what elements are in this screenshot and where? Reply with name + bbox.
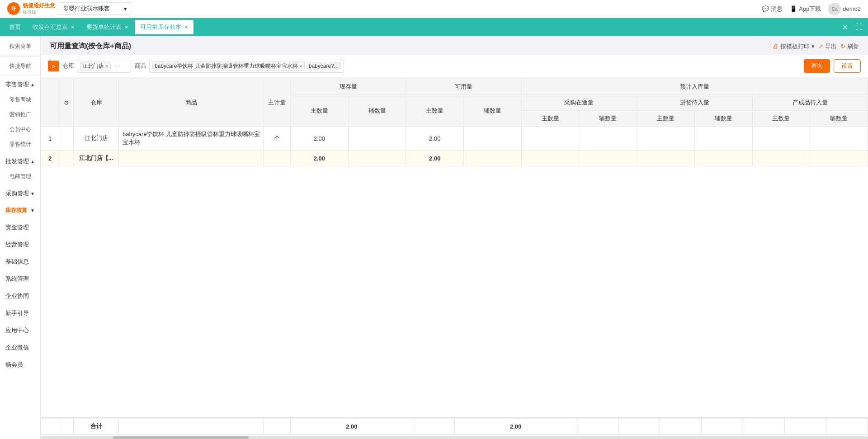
table-row: 1 江北门店 babycare学饮杯 儿童防摔防撞吸管杯重力球吸嘴杯宝宝水杯 个… <box>41 127 868 151</box>
total-label: 合计 <box>74 419 119 434</box>
subtotal-product <box>119 151 264 166</box>
subtotal-warehouse: 江北门店【... <box>74 151 119 166</box>
top-bar-left: 好 畅捷通好生意 标准版 母婴行业演示账套 ▾ <box>7 2 131 15</box>
warehouse-tag-close-icon[interactable]: ✕ <box>105 64 108 69</box>
col-purchase-main: 主数量 <box>521 111 579 127</box>
cell-stock-sub <box>348 127 406 151</box>
sidebar-system-label: 系统管理 <box>5 275 29 283</box>
scrollbar-thumb[interactable] <box>113 436 249 439</box>
tab-order[interactable]: 要货单统计表 ✕ <box>81 20 134 34</box>
total-stock-main: 2.00 <box>291 419 413 434</box>
tab-home[interactable]: 首页 <box>4 20 26 34</box>
sidebar-item-marketing[interactable]: 营销推广 <box>0 107 40 122</box>
warehouse-more-icon[interactable]: ··· <box>113 62 122 70</box>
product-input[interactable]: babycare学饮杯 儿童防摔防撞吸管杯重力球吸嘴杯宝宝水杯 ✕ babyca… <box>149 60 344 73</box>
tab-available-close-icon[interactable]: ✕ <box>184 24 188 30</box>
sidebar-purchase-caret-icon: ▼ <box>30 191 35 196</box>
message-button[interactable]: 💬 消息 <box>762 5 783 13</box>
cell-main-unit: 个 <box>264 127 291 151</box>
sidebar-wechat-header[interactable]: 企业微信 <box>0 340 40 355</box>
message-icon: 💬 <box>762 5 769 12</box>
cell-production-sub <box>810 127 868 151</box>
total-product <box>119 419 264 434</box>
filter-area: » 仓库 江北门店 ✕ ··· 商品 babycare学饮杯 儿童防摔防撞吸管杯… <box>41 55 868 77</box>
sidebar-finance-header[interactable]: 资金管理 <box>0 220 40 235</box>
sidebar-section-finance: 资金管理 <box>0 219 40 236</box>
sidebar-collab-header[interactable]: 企业协同 <box>0 288 40 304</box>
query-button[interactable]: 查询 <box>804 59 830 73</box>
warehouse-tag-text: 江北门店 <box>82 62 104 70</box>
column-settings-icon[interactable]: ⚙ <box>64 99 69 106</box>
sidebar-wechat-label: 企业微信 <box>5 344 29 352</box>
product-tag2-text: babycare?... <box>309 63 339 69</box>
tab-receive-close-icon[interactable]: ✕ <box>71 24 75 30</box>
cell-purchase-main <box>521 127 579 151</box>
tenant-select[interactable]: 母婴行业演示账套 ▾ <box>59 2 131 15</box>
sidebar-inventory-label[interactable]: 库存核算 <box>5 207 27 214</box>
cell-product: babycare学饮杯 儿童防摔防撞吸管杯重力球吸嘴杯宝宝水杯 <box>119 127 264 151</box>
total-row: 合计 2.00 2.00 <box>41 419 868 434</box>
warehouse-input[interactable]: 江北门店 ✕ ··· <box>77 60 131 73</box>
filter-expand-button[interactable]: » <box>48 61 59 71</box>
print-caret-icon: ▾ <box>811 43 815 50</box>
export-label: 导出 <box>825 42 837 51</box>
close-all-tabs-button[interactable]: ✕ <box>840 21 850 33</box>
sidebar-item-retail-mall[interactable]: 零售商城 <box>0 92 40 107</box>
print-button[interactable]: 🖨 按模板打印 ▾ <box>773 42 815 51</box>
subtotal-available-main: 2.00 <box>406 151 464 166</box>
sidebar-finance-label: 资金管理 <box>5 223 29 231</box>
logo-icon: 好 <box>7 2 20 15</box>
sidebar-ops-header[interactable]: 经营管理 <box>0 237 40 252</box>
sidebar-item-members[interactable]: 会员中心 <box>0 122 40 137</box>
sidebar-basic-label: 基础信息 <box>5 258 29 266</box>
col-stock-group: 现存量 <box>291 79 406 95</box>
search-menu-button[interactable]: 搜索菜单 <box>4 40 37 53</box>
app-label: App下载 <box>799 5 821 13</box>
sidebar-retail-header[interactable]: 零售管理 ▲ <box>0 77 40 92</box>
horizontal-scrollbar[interactable] <box>41 434 868 439</box>
sidebar-inventory-header[interactable]: 库存核算 ▼ <box>0 203 40 218</box>
sidebar-section-retail: 零售管理 ▲ 零售商城 营销推广 会员中心 零售统计 <box>0 76 40 153</box>
sidebar-section-member: 畅会员 <box>0 356 40 373</box>
refresh-button[interactable]: ↻ 刷新 <box>840 42 859 51</box>
export-button[interactable]: ↗ 导出 <box>818 42 837 51</box>
product-tag-close-icon[interactable]: ✕ <box>299 64 302 69</box>
sidebar-section-wholesale: 批发管理 ▲ 电商管理 <box>0 153 40 185</box>
sidebar-section-guide: 新手引导 <box>0 305 40 322</box>
sidebar-purchase-header[interactable]: 采购管理 ▼ <box>0 186 40 201</box>
subtotal-purchase-main <box>521 151 579 166</box>
cell-available-sub <box>464 127 522 151</box>
logo-area: 好 畅捷通好生意 标准版 <box>7 2 55 15</box>
user-menu[interactable]: Ea demo2 <box>828 3 861 15</box>
product-tag-babycare2: babycare?... <box>307 62 341 70</box>
tab-available-label: 可用量库存账本 <box>140 23 181 31</box>
cell-settings <box>59 127 74 151</box>
app-icon: 📱 <box>790 5 797 12</box>
sidebar-basic-header[interactable]: 基础信息 <box>0 254 40 269</box>
content-area: 可用量查询(按仓库+商品) 🖨 按模板打印 ▾ ↗ 导出 ↻ 刷新 » <box>41 36 868 439</box>
app-download-button[interactable]: 📱 App下载 <box>790 5 821 13</box>
sidebar-wholesale-header[interactable]: 批发管理 ▲ <box>0 154 40 169</box>
tab-available[interactable]: 可用量库存账本 ✕ <box>135 20 193 34</box>
tab-order-close-icon[interactable]: ✕ <box>124 24 128 30</box>
fullscreen-button[interactable]: ⛶ <box>854 21 864 33</box>
sidebar-item-ecommerce[interactable]: 电商管理 <box>0 169 40 184</box>
setting-button[interactable]: 设置 <box>834 59 861 73</box>
table-area: ⚙ 仓库 商品 主计量 现存量 可用量 预计入库量 主数量 辅数量 主数量 辅数… <box>41 79 868 417</box>
sidebar-guide-header[interactable]: 新手引导 <box>0 306 40 321</box>
sidebar-item-retail-stats[interactable]: 零售统计 <box>0 137 40 152</box>
sidebar-section-collab: 企业协同 <box>0 288 40 305</box>
sidebar-retail-label: 零售管理 <box>5 80 29 89</box>
sidebar-member-header[interactable]: 畅会员 <box>0 357 40 373</box>
sidebar-appstore-header[interactable]: 应用中心 <box>0 323 40 338</box>
col-forecast-group: 预计入库量 <box>521 79 868 95</box>
col-purchase-group: 采购在途量 <box>521 95 637 111</box>
sidebar-item-quick-nav[interactable]: 快捷导航 <box>0 59 40 74</box>
total-available-sub <box>577 419 618 434</box>
sidebar-system-header[interactable]: 系统管理 <box>0 271 40 287</box>
refresh-label: 刷新 <box>847 42 859 51</box>
cell-purchase-sub <box>579 127 637 151</box>
tab-receive[interactable]: 收发存汇总表 ✕ <box>27 20 80 34</box>
subtotal-purchase-sub <box>579 151 637 166</box>
subtotal-incoming-sub <box>694 151 752 166</box>
